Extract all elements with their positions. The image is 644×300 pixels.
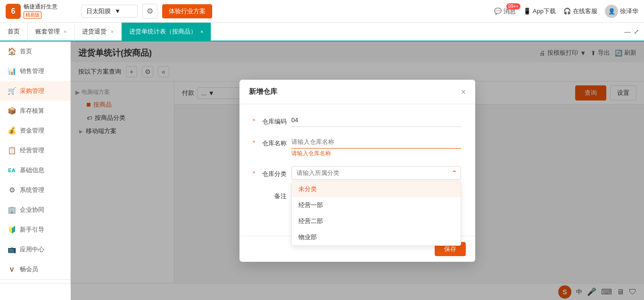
warehouse-name-input[interactable] xyxy=(291,135,461,149)
app-download-item[interactable]: 📱 App下载 xyxy=(523,7,556,16)
online-service-item[interactable]: 🎧 在线客服 xyxy=(563,7,597,16)
category-collapse-icon[interactable]: ⌃ xyxy=(451,168,457,177)
mobile-icon: 📱 xyxy=(523,8,531,15)
dropdown-item-unclassified[interactable]: 未分类 xyxy=(292,181,461,197)
sidebar-item-enterprise[interactable]: 🏢 企业协同 xyxy=(0,200,70,220)
warehouse-category-input[interactable] xyxy=(291,166,461,180)
sidebar-item-system[interactable]: ⚙ 系统管理 xyxy=(0,180,70,200)
tab-purchase-stats[interactable]: 进货单统计表（按商品） × xyxy=(122,22,211,41)
category-dropdown-list: 未分类 经营一部 经营二部 物业部 xyxy=(291,181,461,246)
modal-title: 新增仓库 xyxy=(249,87,277,96)
warehouse-name-label: 仓库名称 xyxy=(254,135,291,148)
tab-account[interactable]: 账套管理 × xyxy=(28,22,74,41)
tab-home[interactable]: 首页 xyxy=(0,22,28,41)
app-logo-icon: 6 xyxy=(6,4,21,19)
sidebar-item-purchase[interactable]: 🛒 采购管理 xyxy=(0,81,70,101)
warehouse-category-label: 仓库分类 xyxy=(254,166,291,178)
sidebar-item-inventory[interactable]: 📦 库存核算 xyxy=(0,101,70,121)
modal-overlay: 新增仓库 × 仓库编码 仓库名称 xyxy=(71,42,644,300)
enterprise-icon: 🏢 xyxy=(8,206,16,214)
user-profile-item[interactable]: 👤 徐泽华 xyxy=(605,5,638,18)
modal-close-button[interactable]: × xyxy=(461,88,466,96)
tab-purchase-return[interactable]: 进货退货 × xyxy=(74,22,121,41)
sales-icon: 📊 xyxy=(8,67,16,75)
form-row-name: 仓库名称 请输入仓库名称 xyxy=(254,135,461,158)
content-area: 进货单统计(按商品) 🖨 按模板打印 ▼ ⬆ 导出 🔄 刷新 按以下方案查询 xyxy=(71,42,644,300)
appcenter-icon: 📺 xyxy=(8,245,16,254)
sidebar-item-operations[interactable]: 📋 经营管理 xyxy=(0,141,70,160)
trial-button[interactable]: 体验行业方案 xyxy=(162,4,212,18)
tab-expand-icon[interactable]: ⤢ xyxy=(634,28,639,35)
sidebar-item-home[interactable]: 🏠 首页 xyxy=(0,42,70,61)
tab-close-purchase-return[interactable]: × xyxy=(110,29,113,34)
dropdown-item-property[interactable]: 物业部 xyxy=(292,229,461,245)
message-icon: 💬 xyxy=(494,8,502,15)
warehouse-code-input[interactable] xyxy=(291,114,461,127)
sidebar-item-guide[interactable]: 🔰 新手引导 xyxy=(0,220,70,240)
logo-area: 6 畅捷通好生意 精易版 xyxy=(6,3,76,19)
sidebar-item-basic[interactable]: EA 基础信息 xyxy=(0,160,70,180)
basic-icon: EA xyxy=(8,166,16,175)
sidebar-item-appcenter[interactable]: 📺 应用中心 xyxy=(0,240,70,259)
tab-bar: 首页 账套管理 × 进货退货 × 进货单统计表（按商品） × — ⤢ xyxy=(0,23,644,42)
sidebar-item-finance[interactable]: 💰 资金管理 xyxy=(0,121,70,141)
guide-icon: 🔰 xyxy=(8,225,16,234)
header-right: 💬 消息 99++ 📱 App下载 🎧 在线客服 👤 徐泽华 xyxy=(494,5,638,18)
modal-body: 仓库编码 仓库名称 请输入仓库名称 xyxy=(239,104,475,236)
settings-icon[interactable]: ⚙ xyxy=(142,4,157,19)
message-icon-item[interactable]: 💬 消息 99++ xyxy=(494,7,516,16)
finance-icon: 💰 xyxy=(8,126,16,135)
form-row-code: 仓库编码 xyxy=(254,114,461,127)
warehouse-category-wrap: ⌃ 未分类 经营一部 经营二部 物业部 xyxy=(291,166,461,180)
remark-label: 备注 xyxy=(254,188,291,200)
main-layout: 🏠 首页 📊 销售管理 🛒 采购管理 📦 库存核算 💰 资金管理 📋 经营管理 … xyxy=(0,42,644,300)
warehouse-name-wrap: 请输入仓库名称 xyxy=(291,135,461,158)
sidebar-item-member[interactable]: V 畅会员 xyxy=(0,259,70,279)
warehouse-code-wrap xyxy=(291,114,461,127)
form-row-category: 仓库分类 ⌃ 未分类 经营一部 经营二部 物业部 xyxy=(254,166,461,180)
warehouse-name-error: 请输入仓库名称 xyxy=(291,150,461,158)
headset-icon: 🎧 xyxy=(563,8,571,15)
tab-close-purchase-stats[interactable]: × xyxy=(200,29,203,34)
store-dropdown-arrow: ▼ xyxy=(115,8,121,15)
avatar: 👤 xyxy=(605,5,618,18)
modal-header: 新增仓库 × xyxy=(239,80,475,104)
home-icon: 🏠 xyxy=(8,47,16,56)
tab-close-account[interactable]: × xyxy=(64,29,66,34)
store-name: 日太阳膜 xyxy=(86,7,111,16)
dropdown-item-dept2[interactable]: 经营二部 xyxy=(292,213,461,229)
logo-text: 畅捷通好生意 精易版 xyxy=(24,3,58,19)
purchase-icon: 🛒 xyxy=(8,87,16,95)
tab-controls: — ⤢ xyxy=(619,28,644,35)
store-selector[interactable]: 日太阳膜 ▼ xyxy=(81,5,138,18)
member-icon: V xyxy=(8,265,16,274)
sidebar-item-sales[interactable]: 📊 销售管理 xyxy=(0,61,70,81)
top-header: 6 畅捷通好生意 精易版 日太阳膜 ▼ ⚙ 体验行业方案 💬 消息 99++ 📱… xyxy=(0,0,644,23)
notification-badge: 99++ xyxy=(506,3,520,9)
dropdown-item-dept1[interactable]: 经营一部 xyxy=(292,197,461,213)
inventory-icon: 📦 xyxy=(8,107,16,115)
sidebar: 🏠 首页 📊 销售管理 🛒 采购管理 📦 库存核算 💰 资金管理 📋 经营管理 … xyxy=(0,42,71,300)
modal-new-warehouse: 新增仓库 × 仓库编码 仓库名称 xyxy=(239,80,475,262)
system-icon: ⚙ xyxy=(8,186,16,194)
operations-icon: 📋 xyxy=(8,146,16,155)
warehouse-code-label: 仓库编码 xyxy=(254,114,291,126)
tab-minimize-icon[interactable]: — xyxy=(624,28,631,35)
